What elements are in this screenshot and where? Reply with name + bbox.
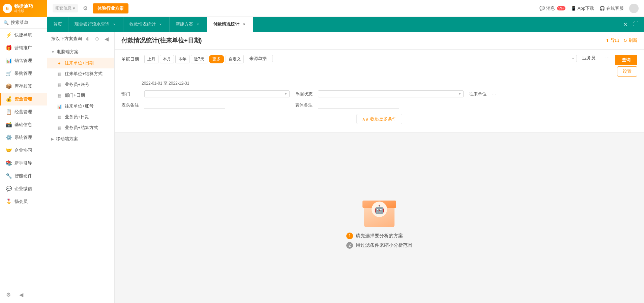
filter-settings-btn[interactable]: 设置 xyxy=(617,66,637,77)
sidebar-item-label: 资金管理 xyxy=(14,96,32,102)
sidebar-item-member[interactable]: 🎖️ 畅会员 xyxy=(0,195,47,208)
sidebar-item-hardware[interactable]: 🔧 智能硬件 xyxy=(0,170,47,182)
table-head-note-input[interactable] xyxy=(144,101,225,109)
notification-label: 消息 xyxy=(546,5,555,11)
hardware-icon: 🔧 xyxy=(6,173,12,179)
tab-expand-btn[interactable]: ⛶ xyxy=(632,20,640,28)
tab-home[interactable]: 首页 xyxy=(47,17,68,32)
sidebar-item-inventory[interactable]: 📦 库存核算 xyxy=(0,80,47,93)
scheme-item-label: 业务员+账号 xyxy=(65,82,89,88)
tab-cashflow-close[interactable]: × xyxy=(112,22,117,27)
sidebar-item-label: 畅会员 xyxy=(14,199,28,205)
sales-icon: 📊 xyxy=(6,58,12,64)
inventory-icon: 📦 xyxy=(6,83,12,89)
online-service-btn[interactable]: 🎧 在线客服 xyxy=(599,5,624,11)
search-menu[interactable]: 🔍 搜索菜单 xyxy=(0,17,47,29)
sidebar-settings-btn[interactable]: ⚙ xyxy=(3,290,13,300)
refresh-btn[interactable]: ↻ 刷新 xyxy=(623,37,637,43)
sidebar-item-label: 企业协同 xyxy=(14,147,32,153)
date-btn-this-month[interactable]: 本月 xyxy=(160,55,174,63)
search-menu-label: 搜索菜单 xyxy=(11,20,28,26)
collapse-more-btn[interactable]: ∧∧ 收起更多条件 xyxy=(356,114,402,124)
sidebar-item-label: 基础信息 xyxy=(14,122,32,128)
date-label: 单据日期 xyxy=(121,56,142,62)
scheme-item-employee-settlement[interactable]: ▦ 业务员+结算方式 xyxy=(47,122,114,133)
scheme-collapse-btn[interactable]: ◀ xyxy=(103,35,110,42)
source-bill-select[interactable]: ▾ xyxy=(272,55,577,62)
scheme-item-label: 业务员+结算方式 xyxy=(65,125,98,131)
topbar-gear-btn[interactable]: ⚙ xyxy=(81,4,90,13)
tab-receipt-label: 收款情况统计 xyxy=(129,21,156,27)
date-btn-custom[interactable]: 自定义 xyxy=(226,55,244,63)
date-btn-last-month[interactable]: 上月 xyxy=(144,55,158,63)
sidebar-item-marketing[interactable]: 🎁 营销推广 xyxy=(0,41,47,54)
sidebar-collapse-btn[interactable]: ◀ xyxy=(16,290,26,300)
operations-icon: 📋 xyxy=(6,109,12,115)
scheme-panel-title: 按以下方案查询 xyxy=(51,36,82,42)
gear-icon: ⊙ xyxy=(95,36,99,41)
main-area: 账套信息 ▾ ⚙ 体验行业方案 💬 消息 99+ 📱 App下载 🎧 在线客服 xyxy=(47,0,644,303)
empty-step2: 2 用过滤条件来缩小分析范围 xyxy=(346,242,412,249)
sidebar-item-wechat[interactable]: 💬 企业微信 xyxy=(0,182,47,195)
scheme-item-partner-account[interactable]: 📊 往来单位+账号 xyxy=(47,101,114,112)
trial-btn[interactable]: 体验行业方案 xyxy=(93,3,128,13)
employee-input[interactable]: ··· xyxy=(605,55,610,61)
export-label: 导出 xyxy=(611,37,619,43)
scheme-settings-btn[interactable]: ⊙ xyxy=(93,35,101,42)
tab-payment-stats-close[interactable]: × xyxy=(241,22,247,27)
bill-status-arrow: ▾ xyxy=(459,92,461,96)
account-text: 账套信息 xyxy=(55,5,71,11)
sidebar-item-sales[interactable]: 📊 销售管理 xyxy=(0,54,47,67)
tab-new-scheme-close[interactable]: × xyxy=(195,22,201,27)
sidebar-item-finance[interactable]: 💰 资金管理 xyxy=(0,93,47,105)
notification-btn[interactable]: 💬 消息 99+ xyxy=(539,5,565,11)
sidebar-item-enterprise[interactable]: 🤝 企业协同 xyxy=(0,144,47,157)
tab-close-all-btn[interactable]: ✕ xyxy=(621,20,629,28)
sidebar-item-basicinfo[interactable]: 🗃️ 基础信息 xyxy=(0,118,47,131)
sidebar-item-purchase[interactable]: 🛒 采购管理 xyxy=(0,67,47,80)
account-dropdown[interactable]: 账套信息 ▾ xyxy=(53,4,78,12)
sidebar-item-system[interactable]: ⚙️ 系统管理 xyxy=(0,131,47,144)
tab-cashflow[interactable]: 现金银行流水查询 × xyxy=(68,17,123,32)
tab-receipt[interactable]: 收款情况统计 × xyxy=(123,17,170,32)
scheme-item-employee-date[interactable]: ▦ 业务员+日期 xyxy=(47,112,114,122)
partner-input[interactable]: ··· xyxy=(492,91,496,97)
sidebar-item-quicknav[interactable]: ⚡ 快捷导航 xyxy=(0,29,47,41)
guide-icon: 📚 xyxy=(6,160,12,166)
scheme-list: ● 往来单位+日期 ▦ 往来单位+结算方式 ▦ 业务员+账号 ▦ 部门+日期 xyxy=(47,58,114,133)
scheme-item-table-icon4: ▦ xyxy=(57,114,62,120)
table-body-note-input[interactable] xyxy=(318,101,399,109)
query-btn[interactable]: 查询 xyxy=(615,55,637,65)
notification-badge: 99+ xyxy=(557,6,565,10)
scheme-mobile-toggle[interactable]: ▶ 移动端方案 xyxy=(47,133,114,145)
scheme-item-dept-date[interactable]: ▦ 部门+日期 xyxy=(47,90,114,101)
refresh-icon: ↻ xyxy=(623,38,627,43)
scheme-desktop-toggle[interactable]: ▼ 电脑端方案 xyxy=(47,46,114,58)
employee-label: 业务员 xyxy=(582,55,603,61)
scheme-item-partner-settlement[interactable]: ▦ 往来单位+结算方式 xyxy=(47,68,114,79)
date-btn-more[interactable]: 更多 xyxy=(209,55,224,63)
tab-payment-stats[interactable]: 付款情况统计 × xyxy=(207,17,253,32)
sidebar-item-operations[interactable]: 📋 经营管理 xyxy=(0,105,47,118)
source-bill-arrow: ▾ xyxy=(572,57,574,60)
scheme-item-employee-account[interactable]: ▦ 业务员+账号 xyxy=(47,79,114,90)
scheme-item-label: 业务员+日期 xyxy=(65,114,89,120)
date-btn-7days[interactable]: 近7天 xyxy=(191,55,207,63)
app-download-btn[interactable]: 📱 App下载 xyxy=(571,5,594,11)
tab-receipt-close[interactable]: × xyxy=(158,22,163,27)
bill-status-label: 单据状态 xyxy=(295,91,315,97)
download-icon: 📱 xyxy=(571,6,576,11)
export-btn[interactable]: ⬆ 导出 xyxy=(606,37,619,43)
user-avatar[interactable] xyxy=(629,4,639,13)
sidebar-item-guide[interactable]: 📚 新手引导 xyxy=(0,157,47,170)
empty-state: 🤖 1 请先选择要分析的方案 2 用过滤条件来缩小分析范围 xyxy=(346,187,412,249)
dept-arrow: ▾ xyxy=(285,92,287,96)
dept-select[interactable]: ▾ xyxy=(144,90,290,97)
tab-new-scheme[interactable]: 新建方案 × xyxy=(170,17,207,32)
scheme-item-partner-date[interactable]: ● 往来单位+日期 xyxy=(47,58,114,68)
bill-status-select[interactable]: ▾ xyxy=(318,90,463,97)
sidebar-item-label: 库存核算 xyxy=(14,83,32,89)
service-icon: 🎧 xyxy=(599,6,605,11)
scheme-add-btn[interactable]: ⊕ xyxy=(84,35,91,42)
date-btn-this-year[interactable]: 本年 xyxy=(175,55,189,63)
